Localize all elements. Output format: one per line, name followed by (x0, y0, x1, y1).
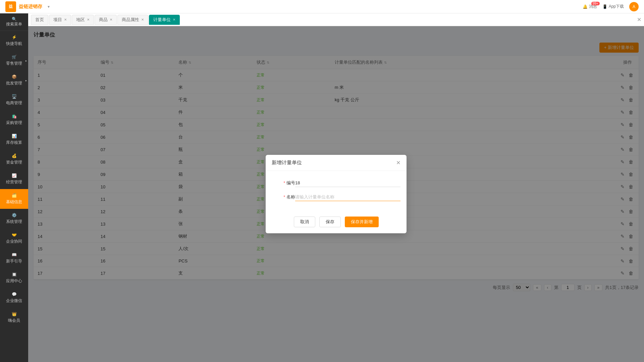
sidebar-item-partnership[interactable]: 🤝 企业协同 (0, 229, 28, 248)
sidebar-item-app-center[interactable]: 🔲 应用中心 (0, 268, 28, 288)
modal-footer: 取消 保存 保存并新增 (266, 213, 407, 233)
sidebar-item-nav[interactable]: ⚡ 快捷导航 (0, 31, 28, 51)
sidebar-item-purchase[interactable]: 🛍️ 采购管理 (0, 110, 28, 130)
header-right: 🔔 消息 99+ 📱 App下载 A (583, 2, 639, 11)
modal-header: 新增计量单位 ✕ (266, 155, 407, 171)
sidebar-item-operations[interactable]: 📈 经营管理 (0, 169, 28, 189)
avatar[interactable]: A (629, 2, 639, 11)
sidebar-item-member[interactable]: 👑 嗨会员 (0, 308, 28, 327)
logo-area: 益 益链进销存 ▾ (5, 1, 50, 12)
tab-close-goods[interactable]: ✕ (110, 18, 112, 21)
logo-text: 益链进销存 (19, 4, 42, 10)
code-input[interactable] (295, 179, 400, 187)
retail-icon: 🛒 (12, 55, 17, 59)
save-and-new-button[interactable]: 保存并新增 (345, 217, 379, 227)
messages-badge: 99+ (591, 2, 600, 5)
app-download-button[interactable]: 📱 App下载 (602, 4, 624, 9)
tab-goods[interactable]: 商品 ✕ (95, 15, 117, 25)
form-row-code: * 编号 (272, 179, 400, 187)
tab-goods-attr[interactable]: 商品属性 ✕ (117, 15, 148, 25)
member-icon: 👑 (12, 312, 17, 316)
tab-unit[interactable]: 计量单位 ✕ (149, 15, 180, 25)
modal-add-unit: 新增计量单位 ✕ * 编号 * 名称 (266, 155, 407, 233)
page-content: 计量单位 + 新增计量单位 序号 编号⇅ 名称⇅ 状态⇅ 计量单位匹配的名称列表… (28, 26, 644, 362)
sidebar-item-wholesale[interactable]: 📦 批发管理 ▸ (0, 70, 28, 90)
tabs-bar: 首页 项目 ✕ 地区 ✕ 商品 ✕ 商品属性 ✕ 计量单位 ✕ ✕ (28, 13, 644, 26)
messages-button[interactable]: 🔔 消息 99+ (583, 4, 597, 9)
download-icon: 📱 (602, 4, 607, 9)
tab-region[interactable]: 地区 ✕ (72, 15, 94, 25)
sidebar-item-retail[interactable]: 🛒 零售管理 ▸ (0, 51, 28, 70)
app-download-label: App下载 (609, 4, 624, 9)
top-header: 益 益链进销存 ▾ 🔔 消息 99+ 📱 App下载 A (0, 0, 644, 13)
nav-icon: ⚡ (12, 35, 17, 40)
finance-icon: 💰 (12, 154, 17, 158)
save-button[interactable]: 保存 (319, 217, 341, 227)
tab-home[interactable]: 首页 (31, 15, 48, 25)
sidebar: 🔍 搜索菜单 ⚡ 快捷导航 🛒 零售管理 ▸ 📦 批发管理 ▸ 🖥️ 电商管理 … (0, 13, 28, 362)
modal-title: 新增计量单位 (272, 160, 302, 166)
guide-icon: 📖 (12, 252, 17, 257)
system-icon: ⚙️ (12, 213, 17, 218)
main-layout: 🔍 搜索菜单 ⚡ 快捷导航 🛒 零售管理 ▸ 📦 批发管理 ▸ 🖥️ 电商管理 … (0, 13, 644, 362)
sidebar-item-system[interactable]: ⚙️ 系统管理 (0, 209, 28, 229)
tab-close-unit[interactable]: ✕ (173, 18, 175, 21)
search-icon: 🔍 (3, 17, 25, 21)
sidebar-item-enterprise[interactable]: 💬 企业微信 (0, 288, 28, 308)
tab-close-goods-attr[interactable]: ✕ (141, 18, 144, 21)
form-row-name: * 名称 (272, 193, 400, 201)
modal-close-button[interactable]: ✕ (396, 160, 400, 166)
app-center-icon: 🔲 (12, 272, 17, 277)
chevron-right-icon: ▸ (25, 59, 27, 62)
tab-close-project[interactable]: ✕ (64, 18, 67, 21)
modal-body: * 编号 * 名称 (266, 171, 407, 213)
sidebar-item-ecommerce[interactable]: 🖥️ 电商管理 (0, 90, 28, 110)
logo-icon: 益 (5, 1, 16, 12)
sidebar-item-finance[interactable]: 💰 资金管理 (0, 149, 28, 169)
content-area: 首页 项目 ✕ 地区 ✕ 商品 ✕ 商品属性 ✕ 计量单位 ✕ ✕ (28, 13, 644, 362)
enterprise-icon: 💬 (12, 292, 17, 297)
chevron-right-icon-2: ▸ (25, 79, 27, 82)
operations-icon: 📈 (12, 173, 17, 178)
cancel-button[interactable]: 取消 (294, 217, 315, 227)
wholesale-icon: 📦 (12, 74, 17, 79)
code-label: * 编号 (272, 180, 295, 186)
modal-overlay: 新增计量单位 ✕ * 编号 * 名称 (28, 26, 644, 362)
dropdown-icon[interactable]: ▾ (48, 4, 50, 9)
name-label: * 名称 (272, 194, 295, 200)
partnership-icon: 🤝 (12, 233, 17, 237)
close-all-tabs-button[interactable]: ✕ (637, 16, 641, 23)
basic-icon: 🗂️ (12, 193, 17, 198)
bell-icon: 🔔 (583, 4, 588, 9)
tab-close-region[interactable]: ✕ (87, 18, 90, 21)
name-input[interactable] (295, 193, 400, 201)
sidebar-item-basic[interactable]: 🗂️ 基础信息 (0, 189, 28, 209)
inventory-icon: 📊 (12, 134, 17, 138)
purchase-icon: 🛍️ (12, 114, 17, 119)
tab-project[interactable]: 项目 ✕ (49, 15, 71, 25)
ecommerce-icon: 🖥️ (12, 94, 17, 99)
sidebar-item-guide[interactable]: 📖 新手引导 (0, 248, 28, 268)
sidebar-item-inventory[interactable]: 📊 库存核算 (0, 130, 28, 149)
sidebar-search[interactable]: 🔍 搜索菜单 (0, 13, 28, 31)
